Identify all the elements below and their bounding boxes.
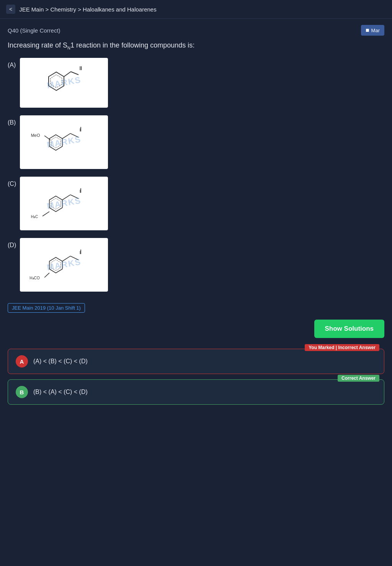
option-b-row: (B) MeO I MARKS: [8, 115, 384, 169]
option-d-image[interactable]: H₃CO I MARKS: [20, 238, 108, 292]
compound-d-svg: H₃CO I: [26, 244, 102, 286]
compound-b-svg: MeO I: [26, 121, 102, 163]
question-sub-n: N: [67, 41, 70, 49]
compound-c-svg: H₃C I: [26, 182, 102, 225]
svg-marker-9: [51, 137, 60, 148]
option-b-image[interactable]: MeO I MARKS: [20, 115, 108, 169]
answer-circle-a: A: [16, 355, 28, 367]
svg-line-3: [71, 72, 78, 75]
svg-line-18: [62, 195, 70, 200]
show-solutions-container: Show Solutions: [8, 320, 384, 343]
answer-circle-b: B: [16, 386, 28, 398]
compound-a-svg: I: [26, 62, 102, 104]
svg-marker-25: [51, 260, 60, 271]
question-meta: Q40 (Single Correct) ■ Mar: [8, 25, 384, 36]
answer-card-correct: Correct Answer B (B) < (A) < (C) < (D): [8, 379, 384, 405]
svg-text:H₃CO: H₃CO: [29, 276, 40, 280]
answer-card-incorrect: You Marked | Incorrect Answer A (A) < (B…: [8, 349, 384, 374]
correct-tag: Correct Answer: [338, 375, 379, 382]
option-b-label: (B): [8, 119, 20, 126]
option-a-image[interactable]: I MARKS: [20, 58, 108, 108]
option-c-label: (C): [8, 180, 20, 187]
mark-button[interactable]: ■ Mar: [361, 25, 384, 36]
answer-row-a: A (A) < (B) < (C) < (D): [16, 355, 376, 367]
svg-line-26: [62, 256, 70, 261]
show-solutions-button[interactable]: Show Solutions: [314, 320, 385, 338]
tag-badge[interactable]: JEE Main 2019 (10 Jan Shift 1): [8, 303, 85, 313]
svg-line-10: [62, 133, 70, 139]
option-c-image[interactable]: H₃C I MARKS: [20, 177, 108, 230]
svg-marker-17: [51, 199, 60, 210]
svg-marker-1: [51, 75, 62, 88]
svg-line-23: [44, 273, 49, 277]
option-d-label: (D): [8, 242, 20, 249]
svg-text:I: I: [79, 65, 81, 71]
option-d-row: (D) H₃CO I MARKS: [8, 238, 384, 292]
top-nav: < JEE Main > Chemistry > Haloalkanes and…: [0, 0, 392, 19]
question-tag: JEE Main 2019 (10 Jan Shift 1): [8, 299, 384, 320]
answer-section: You Marked | Incorrect Answer A (A) < (B…: [8, 349, 384, 405]
svg-line-11: [70, 133, 78, 137]
svg-text:H₃C: H₃C: [31, 215, 38, 219]
svg-line-15: [42, 212, 49, 216]
mark-label: Mar: [371, 28, 380, 33]
option-a-row: (A) I MARKS: [8, 58, 384, 108]
option-c-row: (C) H₃C I MARKS: [8, 177, 384, 230]
svg-text:MeO: MeO: [31, 133, 40, 138]
question-text: Increasing rate of SN1 reaction in the f…: [8, 40, 384, 51]
content-area: Q40 (Single Correct) ■ Mar Increasing ra…: [0, 19, 392, 416]
svg-line-27: [70, 256, 78, 260]
question-suffix: 1 reaction in the following compounds is…: [70, 41, 194, 49]
option-a-label: (A): [8, 62, 20, 69]
breadcrumb: JEE Main > Chemistry > Haloalkanes and H…: [19, 6, 157, 13]
answer-text-b: (B) < (A) < (C) < (D): [33, 389, 88, 395]
answer-row-b: B (B) < (A) < (C) < (D): [16, 386, 376, 398]
svg-line-2: [64, 72, 71, 77]
answer-text-a: (A) < (B) < (C) < (D): [33, 358, 88, 365]
svg-line-19: [70, 195, 78, 199]
question-prefix: Increasing rate of S: [8, 41, 67, 49]
incorrect-tag: You Marked | Incorrect Answer: [305, 344, 379, 351]
question-label: Q40 (Single Correct): [8, 27, 60, 34]
back-button[interactable]: <: [6, 5, 15, 14]
